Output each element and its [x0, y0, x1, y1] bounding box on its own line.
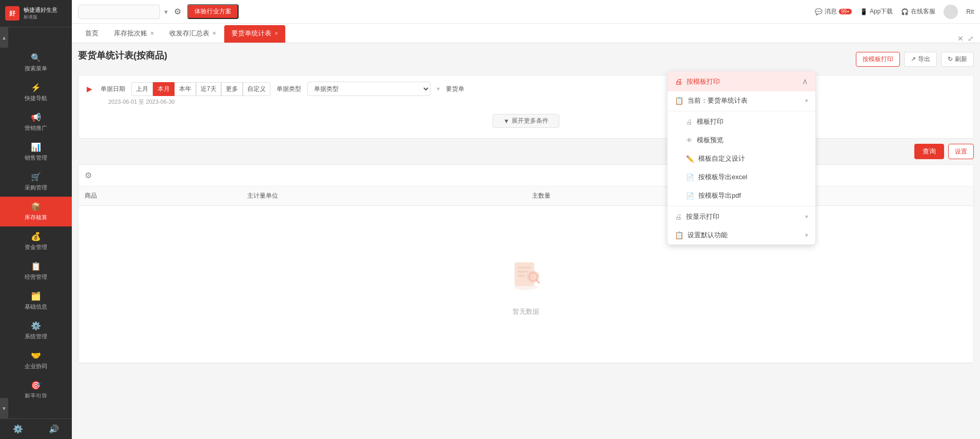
lightning-icon: ⚡ — [31, 83, 41, 92]
sidebar-item-label: 快捷导航 — [25, 94, 47, 102]
date-this-year-btn[interactable]: 本年 — [174, 82, 196, 96]
data-table: 商品 主计量单位 主数量 零售金额 — [79, 186, 973, 363]
service-icon: 🎧 — [901, 8, 909, 15]
message-icon: 💬 — [815, 8, 822, 15]
display-print-arrow: ▾ — [805, 213, 808, 220]
template-pdf-label: 按模板导出pdf — [698, 191, 741, 200]
display-print-label: 按显示打印 — [686, 212, 719, 221]
scroll-up-btn[interactable]: ▲ — [0, 27, 8, 48]
tab-collection[interactable]: 收发存汇总表 × — [162, 25, 223, 43]
sidebar-nav: 🔍 搜索菜单 ⚡ 快捷导航 📢 营销推广 📊 销售管理 🛒 采购管理 📦 库存核… — [0, 48, 72, 398]
tab-batch-close[interactable]: × — [150, 30, 154, 37]
setting-btn[interactable]: 设置 — [948, 144, 974, 159]
sidebar-item-finance[interactable]: 💰 资金管理 — [0, 226, 72, 256]
dropdown-close-btn[interactable]: ∧ — [802, 77, 808, 86]
topbar: ▾ ⚙ 体验行业方案 💬 消息 99+ 📱 App下载 🎧 在线客服 Rit — [72, 0, 980, 24]
window-controls: ✕ ⤢ — [957, 34, 974, 43]
sidebar: 好 畅捷通好生意 标准版 ▲ 🔍 搜索菜单 ⚡ 快捷导航 📢 营销推广 📊 销售… — [0, 0, 72, 439]
tab-home[interactable]: 首页 — [78, 25, 106, 43]
tab-requisition[interactable]: 要货单统计表 × — [224, 25, 285, 43]
type-filter-label: 单据类型 — [277, 85, 301, 93]
tab-batch-label: 库存批次账 — [114, 29, 147, 38]
sidebar-item-search[interactable]: 🔍 搜索菜单 — [0, 48, 72, 78]
guide-icon: 🎯 — [31, 380, 41, 390]
dropdown-header: 🖨 按模板打印 ∧ — [668, 71, 815, 91]
messages-label: 消息 — [825, 7, 837, 16]
empty-icon — [505, 252, 546, 301]
date-more-btn[interactable]: 更多 — [221, 82, 243, 96]
tab-home-label: 首页 — [85, 29, 99, 38]
current-template-arrow: ▾ — [805, 97, 808, 104]
current-template-icon: 📋 — [675, 97, 683, 105]
template-design-item[interactable]: ✏️ 模板自定义设计 — [668, 149, 815, 168]
service-btn[interactable]: 🎧 在线客服 — [901, 7, 935, 16]
template-design-label: 模板自定义设计 — [698, 154, 745, 163]
window-expand-icon[interactable]: ⤢ — [968, 34, 974, 43]
svg-rect-3 — [518, 271, 528, 273]
collab-icon: 🤝 — [31, 351, 41, 360]
scroll-down-btn[interactable]: ▼ — [0, 398, 8, 418]
date-custom-btn[interactable]: 自定义 — [243, 82, 270, 96]
sidebar-item-guide[interactable]: 🎯 新手引导 — [0, 375, 72, 398]
query-btn[interactable]: 查询 — [914, 144, 944, 159]
sound-icon[interactable]: 🔊 — [49, 424, 59, 434]
sidebar-item-sales[interactable]: 📊 销售管理 — [0, 137, 72, 167]
sidebar-item-basic[interactable]: 🗂️ 基础信息 — [0, 286, 72, 316]
tab-batch[interactable]: 库存批次账 × — [107, 25, 161, 43]
export-icon: ↗ — [911, 55, 916, 63]
sales-icon: 📊 — [31, 142, 41, 152]
date-this-month-btn[interactable]: 本月 — [153, 82, 174, 96]
expand-more-btn[interactable]: ▼ 展开更多条件 — [493, 114, 559, 128]
sidebar-item-system[interactable]: ⚙️ 系统管理 — [0, 316, 72, 346]
sidebar-item-collab[interactable]: 🤝 企业协同 — [0, 346, 72, 375]
dropdown-header-left: 🖨 按模板打印 — [675, 77, 720, 86]
printer-icon: 🖨 — [675, 77, 682, 86]
gear-icon[interactable]: ⚙ — [174, 7, 181, 16]
template-excel-label: 按模板导出excel — [698, 173, 747, 182]
sidebar-item-operation[interactable]: 📋 经营管理 — [0, 256, 72, 286]
print-template-btn[interactable]: 按模板打印 — [856, 52, 900, 67]
divider-1 — [668, 111, 815, 111]
template-preview-item[interactable]: 👁 模板预览 — [668, 131, 815, 149]
tab-requisition-close[interactable]: × — [275, 30, 278, 37]
avatar[interactable] — [944, 5, 958, 19]
search-input[interactable] — [78, 5, 160, 19]
settings-bottom-icon[interactable]: ⚙️ — [13, 424, 23, 434]
app-icon: 📱 — [860, 8, 868, 15]
messages-btn[interactable]: 💬 消息 99+ — [815, 7, 852, 16]
date-prev-month-btn[interactable]: 上月 — [131, 82, 153, 96]
current-template-section[interactable]: 📋 当前：要货单统计表 ▾ — [668, 91, 815, 110]
default-func-section[interactable]: 📋 设置默认功能 ▾ — [668, 226, 815, 244]
default-func-icon: 📋 — [675, 231, 683, 239]
window-close-icon[interactable]: ✕ — [957, 34, 964, 43]
template-pdf-item[interactable]: 📄 按模板导出pdf — [668, 186, 815, 205]
sidebar-item-purchase[interactable]: 🛒 采购管理 — [0, 167, 72, 197]
logo-icon: 好 — [5, 6, 19, 21]
tab-bar: 首页 库存批次账 × 收发存汇总表 × 要货单统计表 × ✕ ⤢ — [72, 24, 980, 43]
type-filter-select[interactable]: 单据类型 — [307, 82, 430, 96]
page-title: 要货单统计表(按商品) — [78, 49, 167, 62]
table-toolbar: ⚙ — [79, 165, 973, 186]
refresh-btn[interactable]: ↻ 刷新 — [941, 52, 974, 67]
default-func-left: 📋 设置默认功能 — [675, 231, 728, 240]
table-card: ⚙ 商品 主计量单位 主数量 零售金额 — [78, 164, 974, 364]
divider-2 — [668, 206, 815, 206]
template-excel-left: 📄 按模板导出excel — [686, 173, 747, 182]
app-download-btn[interactable]: 📱 App下载 — [860, 7, 893, 16]
current-template-left: 📋 当前：要货单统计表 — [675, 96, 748, 105]
sidebar-item-quicknav[interactable]: ⚡ 快捷导航 — [0, 78, 72, 107]
expand-arrow-icon[interactable]: ▶ — [87, 85, 92, 93]
tab-collection-close[interactable]: × — [212, 30, 216, 37]
template-excel-item[interactable]: 📄 按模板导出excel — [668, 168, 815, 186]
template-print-item[interactable]: 🖨 模板打印 — [668, 112, 815, 131]
svg-rect-4 — [518, 275, 525, 277]
display-print-section[interactable]: 🖨 按显示打印 ▾ — [668, 207, 815, 226]
sidebar-item-inventory[interactable]: 📦 库存核算 — [0, 197, 72, 226]
sidebar-item-marketing[interactable]: 📢 营销推广 — [0, 107, 72, 137]
table-gear-icon[interactable]: ⚙ — [85, 170, 92, 180]
operation-icon: 📋 — [31, 261, 41, 271]
trial-button[interactable]: 体验行业方案 — [187, 4, 239, 19]
dropdown-arrow-icon[interactable]: ▾ — [164, 8, 168, 16]
export-btn[interactable]: ↗ 导出 — [904, 52, 937, 67]
date-7days-btn[interactable]: 近7天 — [196, 82, 221, 96]
